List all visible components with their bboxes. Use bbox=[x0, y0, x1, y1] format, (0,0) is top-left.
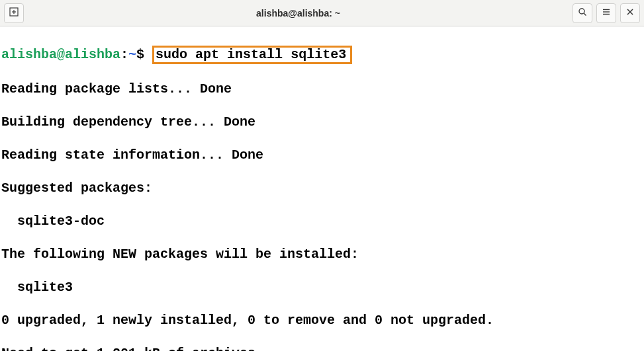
output-line: Reading state information... Done bbox=[1, 147, 643, 163]
new-tab-icon bbox=[9, 7, 19, 19]
prompt-symbol: $ bbox=[136, 47, 144, 62]
new-tab-button[interactable] bbox=[4, 3, 24, 23]
svg-line-4 bbox=[584, 13, 586, 16]
output-line: Suggested packages: bbox=[1, 180, 643, 196]
search-icon bbox=[578, 7, 587, 19]
output-line: 0 upgraded, 1 newly installed, 0 to remo… bbox=[1, 312, 643, 329]
prompt-line: alishba@alishba:~$ sudo apt install sqli… bbox=[1, 46, 643, 64]
menu-button[interactable] bbox=[596, 3, 616, 23]
output-line: Building dependency tree... Done bbox=[1, 114, 643, 130]
prompt-path: ~ bbox=[128, 47, 136, 62]
prompt-userhost: alishba@alishba bbox=[1, 47, 120, 62]
search-button[interactable] bbox=[573, 3, 592, 23]
output-line: The following NEW packages will be insta… bbox=[1, 246, 643, 262]
output-line: sqlite3-doc bbox=[1, 213, 643, 229]
hamburger-icon bbox=[602, 7, 611, 19]
command-highlight: sudo apt install sqlite3 bbox=[152, 46, 352, 64]
prompt-colon: : bbox=[120, 47, 128, 62]
output-line: sqlite3 bbox=[1, 279, 643, 295]
window-title: alishba@alishba: ~ bbox=[24, 8, 573, 19]
close-button[interactable] bbox=[620, 3, 640, 23]
output-line: Reading package lists... Done bbox=[1, 81, 643, 97]
output-line: Need to get 1,201 kB of archives. bbox=[1, 345, 643, 351]
close-icon bbox=[626, 8, 634, 19]
window-titlebar: alishba@alishba: ~ bbox=[0, 0, 644, 26]
svg-point-3 bbox=[579, 9, 584, 14]
terminal-body[interactable]: alishba@alishba:~$ sudo apt install sqli… bbox=[0, 26, 644, 351]
command-text: sudo apt install sqlite3 bbox=[156, 47, 346, 62]
